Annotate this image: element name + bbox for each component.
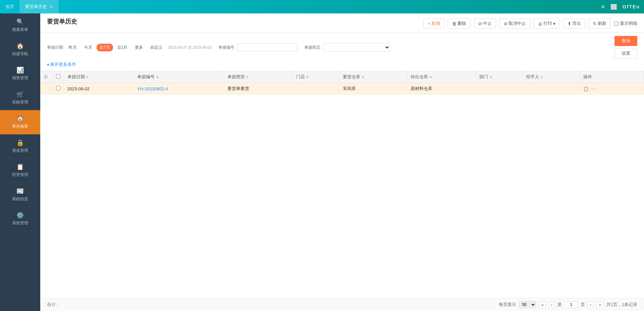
- sidebar-label-search: 搜索菜单: [12, 27, 28, 33]
- row-checkbox[interactable]: [56, 86, 60, 90]
- tab-bar: 首页 要货单历史 ✕: [0, 0, 58, 13]
- date-filter-label: 单据日期: [47, 45, 63, 50]
- sidebar-item-quick-nav[interactable]: 🏠 快捷导航: [0, 38, 40, 62]
- date-btn-today[interactable]: 今天: [81, 44, 95, 51]
- sidebar-item-inventory[interactable]: 🏠 库存核算: [0, 110, 40, 134]
- filter-row-main: 单据日期 昨天 今天 近7天 近1月 更多 自定义 2023-05-27 至 2…: [47, 36, 637, 59]
- doc-number-link[interactable]: YH-20230602-4: [137, 86, 168, 91]
- table-header-row: ⚙ 单据日期 ⇅ 单据编号 ⇅: [40, 71, 644, 83]
- row-more-icon[interactable]: ⋯: [591, 86, 596, 91]
- row-doc-type: 要货单要货: [224, 83, 292, 95]
- doc-type-sort-icon[interactable]: ⇅: [246, 75, 249, 79]
- window-close-icon[interactable]: ✕: [601, 4, 605, 10]
- req-warehouse-sort-icon[interactable]: ⇅: [362, 75, 364, 79]
- sys-icon: ⚙️: [16, 212, 24, 219]
- sidebar-label-base-info: 基础信息: [12, 196, 28, 202]
- row-doc-number: YH-20230602-4: [134, 83, 224, 95]
- date-btn-more[interactable]: 更多: [132, 44, 146, 51]
- prev-page-button[interactable]: ‹: [549, 301, 555, 308]
- date-btn-custom[interactable]: 自定义: [147, 44, 165, 51]
- inventory-icon: 🏠: [16, 115, 24, 122]
- print-button[interactable]: 🖨 打印 ▾: [534, 18, 560, 29]
- sidebar-item-search-menu[interactable]: 🔍 搜索菜单: [0, 13, 40, 38]
- sidebar-item-sys-mgmt[interactable]: ⚙️ 系统管理: [0, 207, 40, 231]
- print-arrow-icon: ▾: [553, 21, 555, 26]
- row-edit-icon[interactable]: 📋: [583, 86, 589, 91]
- doc-number-filter-group: 单据编号: [218, 43, 298, 51]
- next-page-button[interactable]: ›: [588, 301, 594, 308]
- date-btn-last1month[interactable]: 近1月: [114, 44, 131, 51]
- page-size-select[interactable]: 10 20 50 100: [519, 301, 536, 308]
- base-info-icon: 📰: [16, 187, 24, 195]
- sidebar-label-quick-nav: 快捷导航: [12, 51, 28, 57]
- display-detail-toggle[interactable]: 显示明细: [614, 20, 637, 27]
- tab-requisition-history[interactable]: 要货单历史 ✕: [20, 0, 58, 13]
- select-all-checkbox[interactable]: [56, 74, 60, 79]
- doc-status-label: 单据状态: [304, 45, 320, 50]
- handler-sort-icon[interactable]: ⇅: [540, 75, 543, 79]
- row-settings-cell: [40, 83, 52, 95]
- row-dept: [476, 83, 523, 95]
- doc-number-sort-icon[interactable]: ⇅: [156, 75, 159, 79]
- cancel-stop-button[interactable]: ⊘ 取消中止: [499, 18, 530, 29]
- doc-number-input[interactable]: [237, 43, 298, 51]
- stop-button[interactable]: ⊘ 中止: [474, 18, 496, 29]
- tab-home[interactable]: 首页: [0, 0, 20, 13]
- doc-number-col-header: 单据编号 ⇅: [134, 71, 224, 83]
- row-pending-warehouse: 原材料仓库: [407, 83, 476, 95]
- checkbox-col-header: [52, 71, 64, 83]
- page-number-input[interactable]: [565, 301, 578, 308]
- doc-number-label: 单据编号: [218, 45, 234, 50]
- new-button[interactable]: + 新增: [423, 18, 444, 29]
- doc-status-select[interactable]: [323, 43, 390, 52]
- sidebar-label-finance: 资金管理: [12, 148, 28, 153]
- date-btn-last7days[interactable]: 近7天: [97, 44, 113, 51]
- refresh-label: 刷新: [598, 20, 606, 27]
- last-page-button[interactable]: »: [596, 301, 603, 308]
- home-icon: 🏠: [16, 42, 24, 50]
- delete-button[interactable]: 🗑 删除: [448, 18, 471, 29]
- expand-filter-btn[interactable]: ▾ 展开更多条件: [47, 61, 637, 68]
- finance-icon: 🔒: [16, 139, 24, 146]
- doc-date-sort-icon[interactable]: ⇅: [86, 75, 89, 79]
- date-btn-yesterday[interactable]: 昨天: [66, 44, 80, 51]
- sidebar-label-purchase: 采购管理: [12, 99, 28, 105]
- tab-close-icon[interactable]: ✕: [50, 5, 53, 9]
- page-label-suffix: 页: [581, 302, 585, 308]
- row-handler: [523, 83, 580, 95]
- filter-area: 单据日期 昨天 今天 近7天 近1月 更多 自定义 2023-05-27 至 2…: [40, 33, 644, 71]
- sidebar-item-operations[interactable]: 📋 经营管理: [0, 159, 40, 183]
- filter-right-btns: 查询 设置: [614, 36, 637, 59]
- export-button[interactable]: ⬆ 导出: [563, 18, 585, 29]
- row-doc-date: 2023-06-02: [64, 83, 134, 95]
- tab-home-label: 首页: [5, 4, 14, 10]
- store-sort-icon[interactable]: ⇅: [306, 75, 309, 79]
- window-maximize-icon[interactable]: ⬜: [610, 4, 617, 10]
- sales-icon: 📊: [16, 66, 24, 74]
- content-area: 要货单历史 + 新增 🗑 删除 ⊘ 中止: [40, 13, 644, 311]
- cancel-stop-label: 取消中止: [508, 20, 526, 27]
- new-icon: +: [428, 21, 430, 26]
- filter-settings-button[interactable]: 设置: [614, 48, 637, 59]
- pagination: 每页显示 10 20 50 100 « ‹ 第 页 › » 共1页，1条记录: [499, 301, 637, 308]
- date-range-display: 2023-05-27 至 2023-06-02: [168, 45, 212, 50]
- row-num-cell: [52, 83, 64, 95]
- first-page-button[interactable]: «: [539, 301, 546, 308]
- sidebar-label-sales: 销售管理: [12, 75, 28, 81]
- stop-icon: ⊘: [478, 21, 482, 26]
- sidebar-item-base-info[interactable]: 📰 基础信息: [0, 183, 40, 207]
- doc-status-filter-group: 单据状态: [304, 43, 390, 52]
- sidebar-item-sales[interactable]: 📊 销售管理: [0, 62, 40, 86]
- query-button[interactable]: 查询: [614, 36, 637, 46]
- pending-warehouse-sort-icon[interactable]: ⇅: [429, 75, 432, 79]
- display-detail-checkbox[interactable]: [614, 21, 619, 26]
- dept-sort-icon[interactable]: ⇅: [489, 75, 492, 79]
- sidebar-item-finance[interactable]: 🔒 资金管理: [0, 134, 40, 159]
- export-label: 导出: [572, 20, 581, 27]
- total-info: 共1页，1条记录: [606, 302, 637, 308]
- sidebar-item-purchase[interactable]: 🛒 采购管理: [0, 86, 40, 110]
- date-filter-group: 单据日期 昨天 今天 近7天 近1月 更多 自定义 2023-05-27 至 2…: [47, 44, 212, 51]
- table-settings-icon[interactable]: ⚙: [44, 74, 48, 80]
- delete-icon: 🗑: [452, 21, 457, 26]
- refresh-button[interactable]: ↻ 刷新: [589, 18, 611, 29]
